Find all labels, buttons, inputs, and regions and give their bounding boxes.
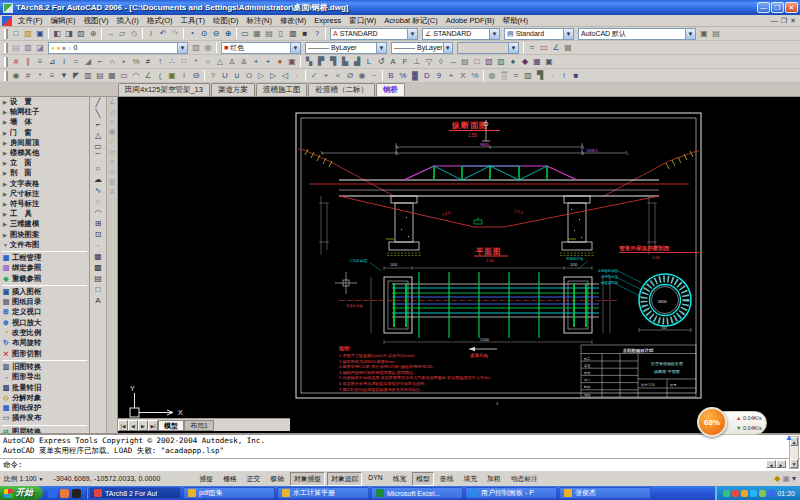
tarch-tool-icon[interactable]: ✓ [308, 70, 320, 82]
chevron-down-icon[interactable]: ▼ [489, 29, 499, 39]
tarch-tool-icon[interactable]: ▨ [495, 56, 507, 68]
mdi-control-icon[interactable]: ❐ [781, 17, 787, 25]
sidebar-section[interactable]: ▶尺寸标注 [0, 189, 89, 199]
modify-tool-icon[interactable]: ∠ [107, 97, 117, 107]
task-button[interactable]: TArch8 2 For Aut [89, 487, 181, 499]
tarch-tool-icon[interactable]: # [22, 70, 34, 82]
tarch-tool-icon[interactable]: ≠ [142, 56, 154, 68]
sidebar-item-布局旋转[interactable]: ↻布局旋转 [0, 338, 89, 348]
tab-nav-button[interactable]: ◀ [128, 420, 138, 431]
linetype-combo[interactable]: ———ByLayer▼ [305, 42, 387, 54]
quick-launch-icon[interactable] [60, 489, 69, 498]
tarch-tool-icon[interactable]: ∷ [178, 56, 190, 68]
sidebar-item-分解对象[interactable]: ◇分解对象 [0, 393, 89, 403]
draw-tool-icon[interactable]: ◌ [92, 196, 104, 207]
tarch-tool-icon[interactable]: X [457, 70, 469, 82]
tarch-tool-icon[interactable]: + [250, 56, 262, 68]
toolbar-icon[interactable]: ▤ [263, 28, 275, 40]
tray-icon[interactable] [723, 490, 730, 497]
sidebar-item-图纸目录[interactable]: ▤图纸目录 [0, 297, 89, 307]
tarch-tool-icon[interactable]: ▤ [459, 56, 471, 68]
tray-icon[interactable] [768, 490, 775, 497]
command-prompt[interactable]: 命令: [0, 459, 800, 470]
status-toggle-栅格[interactable]: 栅格 [219, 472, 241, 486]
toolbar-icon[interactable]: ▨ [22, 28, 34, 40]
tarch-tool-icon[interactable]: Θ [190, 70, 202, 82]
tarch-tool-icon[interactable]: A [387, 56, 399, 68]
tarch-tool-icon[interactable]: % [130, 56, 142, 68]
toolbar-icon[interactable]: ▣ [34, 28, 46, 40]
tarch-tool-icon[interactable]: * [34, 70, 46, 82]
status-tray-icon[interactable]: ◆ [774, 474, 780, 483]
sidebar-item-插入图框[interactable]: ▣插入图框 [0, 287, 89, 297]
toolbar-icon[interactable]: ↷ [169, 28, 181, 40]
layer-tool-icon[interactable]: ▨ [190, 42, 202, 54]
sidebar-section-expanded[interactable]: ▼文件布图 [0, 240, 89, 250]
sidebar-item-工程管理[interactable]: ▦工程管理 [0, 253, 89, 263]
tarch-tool-icon[interactable]: ! [558, 70, 570, 82]
menu-item[interactable]: 窗口(W) [345, 16, 380, 26]
menu-item[interactable]: 编辑(E) [47, 16, 80, 26]
modify-tool-icon[interactable]: ⁄ [107, 137, 117, 147]
draw-tool-icon[interactable]: ○ [92, 163, 104, 174]
tarch-tool-icon[interactable]: ◉ [10, 70, 22, 82]
draw-tool-icon[interactable]: ▩ [92, 262, 104, 273]
toolbar-icon[interactable]: ▦ [251, 28, 263, 40]
draw-tool-icon[interactable]: □ [92, 284, 104, 295]
toolbar-icon[interactable]: ↶ [157, 28, 169, 40]
toolbar-icon[interactable]: ≈ [526, 42, 538, 54]
tab-nav-button[interactable]: |◀ [118, 420, 128, 431]
tarch-tool-icon[interactable]: ◤ [70, 70, 82, 82]
menu-item[interactable]: Acrobat 标记(C) [380, 16, 441, 26]
toolbar-icon[interactable]: ⊙ [198, 28, 210, 40]
tarch-tool-icon[interactable]: ◍ [486, 70, 498, 82]
tray-icon[interactable] [750, 490, 757, 497]
draw-tool-icon[interactable]: ╲ [92, 108, 104, 119]
sidebar-item-批量转旧[interactable]: ▨批量转旧 [0, 382, 89, 392]
sidebar-item-插件发布[interactable]: ▭插件发布 [0, 413, 89, 423]
tray-icon[interactable] [741, 490, 748, 497]
layer-combo[interactable]: ●●■■0▼ [48, 42, 188, 54]
modify-tool-icon[interactable]: ≡ [107, 157, 117, 167]
menu-item[interactable]: Express [310, 16, 345, 25]
tarch-tool-icon[interactable]: ≈ [510, 70, 522, 82]
tarch-tool-icon[interactable]: ↺ [375, 56, 387, 68]
tarch-tool-icon[interactable]: Ø [344, 70, 356, 82]
sidebar-item-图形切割[interactable]: ⨯图形切割 [0, 348, 89, 358]
tarch-tool-icon[interactable]: ∩ [106, 56, 118, 68]
document-tab-5[interactable]: 钢桥 [376, 83, 405, 96]
tarch-tool-icon[interactable]: ≡ [46, 70, 58, 82]
tarch-tool-icon[interactable]: ▜ [327, 56, 339, 68]
toolbar-icon[interactable]: ◔ [186, 28, 198, 40]
status-toggle-动态标注[interactable]: 动态标注 [507, 472, 542, 486]
tarch-tool-icon[interactable]: ▜ [534, 70, 546, 82]
sidebar-item-图纸保护[interactable]: ▩图纸保护 [0, 403, 89, 413]
sidebar-item-旧图转换[interactable]: ▥旧图转换 [0, 362, 89, 372]
toolbar-icon[interactable]: ◇ [128, 28, 140, 40]
tarch-tool-icon[interactable]: ◠ [130, 70, 142, 82]
sidebar-section[interactable]: ▶三维建模 [0, 219, 89, 229]
tray-icon[interactable] [732, 490, 739, 497]
tarch-tool-icon[interactable]: ▓ [409, 70, 421, 82]
tarch-tool-icon[interactable]: ▼ [58, 70, 70, 82]
tarch-tool-icon[interactable]: ○ [202, 56, 214, 68]
tarch-tool-icon[interactable]: % [397, 70, 409, 82]
dim-style-combo[interactable]: ∠STANDARD▼ [422, 28, 500, 40]
tarch-tool-icon[interactable]: D [421, 70, 433, 82]
quick-launch-icon[interactable] [48, 489, 57, 498]
sidebar-section[interactable]: ▶墙 体 [0, 117, 89, 127]
tarch-tool-icon[interactable]: ▦ [531, 56, 543, 68]
mdi-control-icon[interactable]: ✕ [790, 17, 796, 25]
mdi-control-icon[interactable]: — [771, 17, 778, 25]
menu-item[interactable]: 帮助(H) [498, 16, 531, 26]
tarch-tool-icon[interactable]: ◆ [519, 56, 531, 68]
sidebar-section[interactable]: ▶文字表格 [0, 179, 89, 189]
sidebar-item-视口放大[interactable]: ⊕视口放大 [0, 318, 89, 328]
text-style-combo[interactable]: ASTANDARD▼ [330, 28, 418, 40]
restore-button[interactable]: ❐ [771, 2, 784, 13]
layout-tab-模型[interactable]: 模型 [158, 420, 184, 431]
toolbar-icon[interactable]: ▩ [287, 28, 299, 40]
task-button[interactable]: 用户控制面板 - P [465, 487, 557, 499]
status-toggle-极轴[interactable]: 极轴 [266, 472, 288, 486]
chevron-down-icon[interactable]: ▼ [290, 43, 300, 53]
